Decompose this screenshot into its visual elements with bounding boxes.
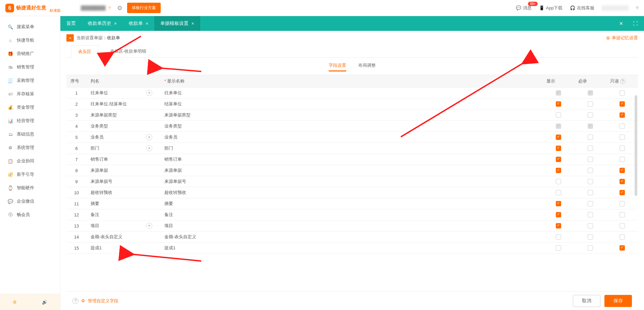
account-dropdown[interactable]: ████████: [81, 5, 106, 10]
cell-display-name[interactable]: 业务员: [160, 132, 542, 143]
sidenav-item-0[interactable]: 🔍搜索菜单: [0, 20, 60, 34]
help-icon[interactable]: ?: [620, 79, 625, 84]
cell-display-name[interactable]: 来源单据类型: [160, 110, 542, 121]
cell-display-name[interactable]: 来源单据号: [160, 176, 542, 187]
cell-display-name[interactable]: 结算单位: [160, 99, 542, 110]
fullscreen-button[interactable]: ⛶: [631, 19, 640, 28]
save-button[interactable]: 保存: [604, 295, 632, 307]
checkbox[interactable]: [620, 112, 625, 118]
checkbox[interactable]: [588, 168, 593, 173]
checkbox[interactable]: [620, 157, 625, 162]
sidenav-item-8[interactable]: 🗂基础信息: [0, 127, 60, 141]
add-child-button[interactable]: +: [146, 90, 152, 96]
sidenav-item-9[interactable]: ⚙系统管理: [0, 141, 60, 154]
checkbox[interactable]: [620, 168, 625, 173]
sidenav-item-12[interactable]: ⌚智能硬件: [0, 181, 60, 195]
chevron-down-icon[interactable]: ▽: [108, 6, 111, 10]
checkbox[interactable]: [588, 223, 593, 228]
checkbox[interactable]: [620, 123, 625, 129]
checkbox[interactable]: [620, 179, 625, 184]
close-all-tabs-button[interactable]: ✕: [616, 19, 626, 28]
cell-display-name[interactable]: 业务类型: [160, 121, 542, 132]
checkbox[interactable]: [620, 190, 625, 195]
tab-2[interactable]: 收款单×: [123, 16, 154, 31]
add-child-button[interactable]: +: [146, 134, 152, 140]
cell-display-name[interactable]: 超收转预收: [160, 187, 542, 198]
checkbox[interactable]: [556, 135, 561, 140]
checkbox[interactable]: [620, 223, 625, 228]
manage-custom-fields-link[interactable]: 管理自定义字段: [88, 298, 118, 304]
checkbox[interactable]: [620, 212, 625, 217]
sidenav-item-5[interactable]: 🏷库存核算: [0, 87, 60, 101]
checkbox[interactable]: [620, 201, 625, 206]
checkbox[interactable]: [556, 101, 561, 107]
checkbox[interactable]: [556, 212, 561, 217]
app-download-link[interactable]: 📱 App下载: [539, 5, 562, 11]
messages-link[interactable]: 💬 消息 99+: [516, 5, 532, 11]
cell-display-name[interactable]: 提成1: [160, 243, 542, 254]
cell-display-name[interactable]: 来源单据: [160, 165, 542, 176]
checkbox[interactable]: [556, 179, 561, 184]
checkbox[interactable]: [556, 146, 561, 151]
sidenav-item-10[interactable]: 📋企业协同: [0, 154, 60, 168]
checkbox[interactable]: [620, 146, 625, 151]
tab-1[interactable]: 收款单历史×: [82, 16, 123, 31]
sidenav-item-7[interactable]: 📊经营管理: [0, 114, 60, 127]
cell-display-name[interactable]: 项目: [160, 220, 542, 231]
checkbox[interactable]: [588, 179, 593, 184]
checkbox[interactable]: [620, 101, 625, 107]
checkbox[interactable]: [588, 245, 593, 251]
add-child-button[interactable]: +: [146, 223, 152, 229]
checkbox[interactable]: [620, 245, 625, 251]
checkbox[interactable]: [556, 234, 561, 240]
add-child-button[interactable]: +: [146, 145, 152, 151]
checkbox[interactable]: [556, 112, 561, 118]
checkbox[interactable]: [620, 234, 625, 240]
cancel-button[interactable]: 取消: [573, 295, 600, 307]
checkbox[interactable]: [620, 90, 625, 96]
cell-display-name[interactable]: 金额-表头自定义: [160, 231, 542, 243]
cell-display-name[interactable]: 往来单位: [160, 88, 542, 99]
sidenav-item-3[interactable]: 🛍销售管理: [0, 60, 60, 74]
experience-plan-button[interactable]: 体验行业方案: [127, 3, 161, 13]
close-icon[interactable]: ×: [146, 21, 148, 26]
sub-tab-0[interactable]: 字段设置: [329, 62, 346, 71]
memory-settings-link[interactable]: ⚙ 单据记忆设置: [606, 35, 638, 41]
checkbox[interactable]: [556, 223, 561, 228]
cell-display-name[interactable]: 备注: [160, 209, 542, 220]
checkbox[interactable]: [588, 101, 593, 107]
cell-display-name[interactable]: 部门: [160, 143, 542, 154]
checkbox[interactable]: [588, 135, 593, 140]
sidenav-item-1[interactable]: ⌂快捷导航: [0, 34, 60, 47]
collapse-button[interactable]: »: [66, 34, 74, 42]
checkbox[interactable]: [588, 234, 593, 240]
user-block[interactable]: [602, 5, 629, 11]
sidenav-item-11[interactable]: 🧭新手引导: [0, 168, 60, 181]
gear-icon[interactable]: ⚙: [117, 4, 122, 12]
sidenav-item-13[interactable]: 💬企业微信: [0, 195, 60, 208]
sub-tab-1[interactable]: 布局调整: [358, 62, 376, 71]
sidenav-item-6[interactable]: 💰资金管理: [0, 101, 60, 114]
checkbox[interactable]: [588, 201, 593, 206]
help-icon[interactable]: ?: [72, 298, 78, 304]
user-chevron-icon[interactable]: ▽: [636, 6, 639, 10]
area-tab-0[interactable]: 表头区: [71, 45, 98, 58]
footer-gear-icon[interactable]: ⚙: [13, 300, 17, 305]
checkbox[interactable]: [556, 201, 561, 206]
tab-0[interactable]: 首页: [60, 16, 82, 31]
tab-3[interactable]: 单据模板设置×: [154, 16, 200, 31]
checkbox[interactable]: [556, 245, 561, 251]
checkbox[interactable]: [556, 157, 561, 162]
close-icon[interactable]: ×: [191, 21, 194, 26]
checkbox[interactable]: [556, 190, 561, 195]
checkbox[interactable]: [620, 135, 625, 140]
close-icon[interactable]: ×: [114, 21, 117, 26]
checkbox[interactable]: [556, 168, 561, 173]
checkbox[interactable]: [588, 212, 593, 217]
grid-scrollbar[interactable]: [635, 95, 637, 196]
area-tab-1[interactable]: 表体区-收款单明细: [103, 45, 153, 57]
sidenav-item-2[interactable]: 🎁营销推广: [0, 47, 60, 60]
checkbox[interactable]: [588, 190, 593, 195]
footer-sound-icon[interactable]: 🔊: [42, 300, 47, 305]
customer-service-link[interactable]: 🎧 在线客服: [570, 5, 594, 11]
